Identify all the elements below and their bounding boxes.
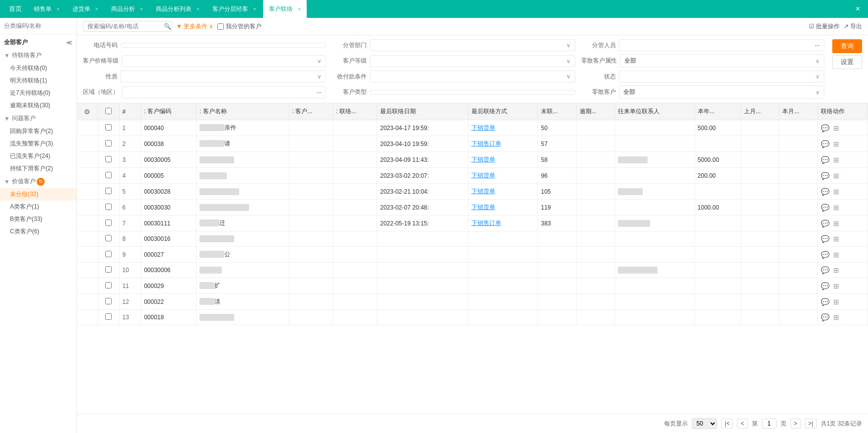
row-checkbox[interactable]	[105, 188, 112, 194]
grid-icon[interactable]: ⊞	[833, 219, 839, 227]
nav-tab-product-analysis[interactable]: 商品分析 ×	[105, 0, 149, 18]
customer-type-input[interactable]	[370, 90, 575, 95]
row-checkbox[interactable]	[105, 251, 112, 257]
grid-icon[interactable]: ⊞	[833, 266, 839, 274]
sidebar-item-tomorrow[interactable]: 明天待联络(1)	[0, 74, 76, 87]
dept-select[interactable]: ∨	[370, 39, 575, 51]
contact-method-link[interactable]: 下销售订单	[471, 140, 501, 147]
status-select[interactable]: ∨	[619, 71, 824, 82]
grid-icon[interactable]: ⊞	[833, 156, 839, 164]
nav-tab-customer-contact[interactable]: 客户联络 ×	[263, 0, 307, 18]
row-checkbox[interactable]	[105, 313, 112, 320]
page-size-select[interactable]: 50 100	[692, 418, 717, 429]
nav-tab-purchase[interactable]: 进货单 ×	[67, 0, 104, 18]
chat-icon[interactable]: 💬	[821, 124, 829, 132]
payment-select[interactable]: ∨	[370, 71, 575, 82]
nav-tab-sales[interactable]: 销售单 ×	[28, 0, 66, 18]
problem-customers-group[interactable]: ▼ 问题客户	[0, 112, 76, 125]
row-checkbox[interactable]	[105, 298, 112, 304]
chat-icon[interactable]: 💬	[821, 266, 829, 274]
chat-icon[interactable]: 💬	[821, 156, 829, 164]
page-number-input[interactable]	[762, 419, 777, 429]
row-checkbox[interactable]	[105, 282, 112, 289]
chat-icon[interactable]: 💬	[821, 140, 829, 148]
grid-icon[interactable]: ⊞	[833, 251, 839, 259]
last-page-btn[interactable]: >|	[805, 419, 817, 429]
sidebar-item-overdue[interactable]: 逾期未联络(30)	[0, 99, 76, 112]
refresh-icon[interactable]: ↻	[37, 178, 45, 186]
nav-tab-product-list[interactable]: 商品分析列表 ×	[150, 0, 205, 18]
chat-icon[interactable]: 💬	[821, 219, 829, 227]
close-icon[interactable]: ×	[197, 6, 200, 12]
grid-icon[interactable]: ⊞	[833, 282, 839, 290]
chat-icon[interactable]: 💬	[821, 172, 829, 180]
manager-select[interactable]: ···	[619, 39, 824, 51]
contact-method-link[interactable]: 下销售订单	[471, 219, 501, 226]
row-checkbox[interactable]	[105, 172, 112, 178]
nature-select[interactable]: ∨	[121, 71, 326, 82]
grid-icon[interactable]: ⊞	[833, 313, 839, 321]
phone-input[interactable]	[121, 43, 326, 48]
close-icon[interactable]: ×	[253, 6, 256, 12]
sidebar-item-churned[interactable]: 已流失客户(24)	[0, 150, 76, 162]
chat-icon[interactable]: 💬	[821, 188, 829, 196]
sidebar-item-declining[interactable]: 持续下滑客户(2)	[0, 162, 76, 175]
chat-icon[interactable]: 💬	[821, 251, 829, 259]
nav-tab-customer-tier[interactable]: 客户分层经客 ×	[206, 0, 262, 18]
row-checkbox[interactable]	[105, 124, 112, 131]
settings-icon[interactable]: ⚙	[84, 108, 90, 116]
grid-icon[interactable]: ⊞	[833, 298, 839, 306]
window-close-button[interactable]: ×	[852, 4, 864, 13]
grid-icon[interactable]: ⊞	[833, 172, 839, 180]
chat-icon[interactable]: 💬	[821, 313, 829, 321]
close-icon[interactable]: ×	[95, 6, 98, 12]
row-checkbox[interactable]	[105, 204, 112, 210]
customer-level-select[interactable]: ∨	[370, 55, 575, 67]
chat-icon[interactable]: 💬	[821, 235, 829, 243]
row-checkbox[interactable]	[105, 140, 112, 146]
grid-icon[interactable]: ⊞	[833, 140, 839, 148]
contact-method-link[interactable]: 下销货单	[471, 124, 495, 131]
sidebar-item-class-a[interactable]: A类客户(1)	[0, 201, 76, 213]
chat-icon[interactable]: 💬	[821, 282, 829, 290]
sidebar-item-abnormal[interactable]: 回购异常客户(2)	[0, 125, 76, 138]
search-icon[interactable]: 🔍	[164, 23, 171, 30]
pending-contact-group[interactable]: ▼ 待联络客户	[0, 49, 76, 62]
contact-method-link[interactable]: 下销货单	[471, 172, 495, 179]
first-page-btn[interactable]: |<	[721, 419, 733, 429]
grid-icon[interactable]: ⊞	[833, 188, 839, 196]
main-search-input[interactable]	[87, 23, 162, 30]
sidebar-search-input[interactable]	[4, 22, 77, 29]
sidebar-item-class-c[interactable]: C类客户(6)	[0, 225, 76, 238]
contact-method-link[interactable]: 下销货单	[471, 156, 495, 163]
close-icon[interactable]: ×	[298, 6, 301, 12]
row-checkbox[interactable]	[105, 156, 112, 162]
my-customers-checkbox-label[interactable]: 我分管的客户	[217, 22, 262, 31]
more-filters-btn[interactable]: ▼ 更多条件 ∧	[176, 22, 213, 31]
value-customers-group[interactable]: ▼ 价值客户 ↻	[0, 175, 76, 188]
sidebar-item-ungroup[interactable]: 未分组(32)	[0, 188, 76, 201]
nav-home[interactable]: 首页	[4, 4, 27, 13]
contact-method-link[interactable]: 下销货单	[471, 204, 495, 211]
row-checkbox[interactable]	[105, 266, 112, 273]
contact-method-link[interactable]: 下销货单	[471, 188, 495, 195]
sidebar-item-churn-warning[interactable]: 流失预警客户(3)	[0, 138, 76, 150]
batch-ops-btn[interactable]: ☑ 批量操作	[809, 22, 840, 31]
grid-icon[interactable]: ⊞	[833, 204, 839, 212]
query-button[interactable]: 查询	[832, 39, 862, 53]
export-btn[interactable]: ↗ 导出	[844, 22, 862, 31]
all-customers-header[interactable]: 全部客户 ≪	[0, 34, 76, 49]
region-select[interactable]: ···	[122, 86, 326, 98]
retail-attr-select[interactable]: 全部 ∨	[620, 54, 824, 68]
grid-icon[interactable]: ⊞	[833, 124, 839, 132]
row-checkbox[interactable]	[105, 235, 112, 241]
sidebar-item-7days[interactable]: 近7天待联络(0)	[0, 87, 76, 99]
retail-customer-select[interactable]: 全部 ∨	[619, 85, 824, 99]
chat-icon[interactable]: 💬	[821, 298, 829, 306]
sidebar-item-class-b[interactable]: B类客户(33)	[0, 213, 76, 225]
grid-icon[interactable]: ⊞	[833, 235, 839, 243]
select-all-checkbox[interactable]	[105, 108, 112, 114]
my-customers-checkbox[interactable]	[217, 23, 224, 30]
next-page-btn[interactable]: >	[791, 419, 801, 429]
close-icon[interactable]: ×	[57, 6, 60, 12]
